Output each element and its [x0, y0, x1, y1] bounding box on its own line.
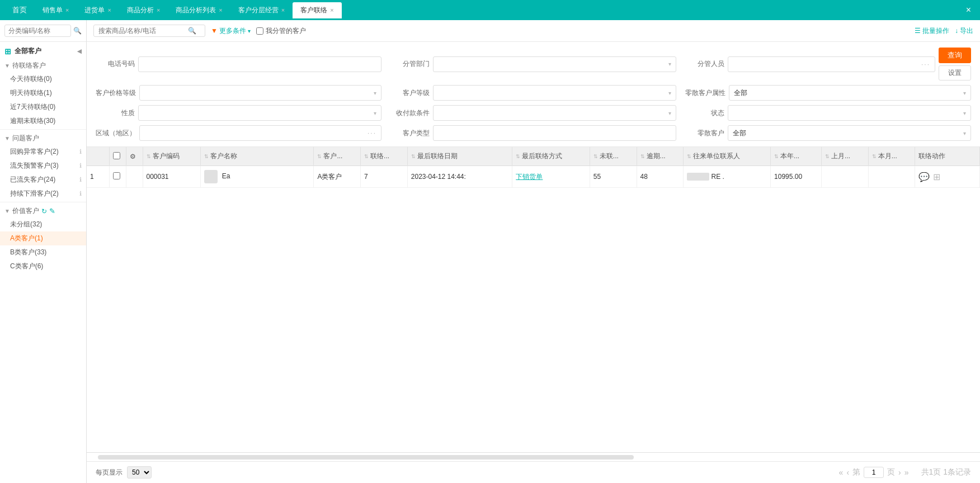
sidebar-item-c-class[interactable]: C类客户(6) [0, 259, 86, 273]
customer-type-label: 客户类型 [390, 129, 430, 138]
contact-method-link[interactable]: 下销货单 [516, 173, 543, 181]
problem-customers-group[interactable]: ▼ 问题客户 [0, 131, 86, 145]
region-input[interactable]: ··· [139, 125, 381, 141]
col-customer-name[interactable]: ⇅ 客户名称 [201, 147, 314, 166]
col-action[interactable]: 联络动作 [915, 147, 980, 166]
table-body: 1 000031 Ea A类客户 7 2023-04-12 14:44: [87, 166, 980, 188]
close-analysis-tab[interactable]: × [157, 7, 160, 13]
qr-icon[interactable]: ⊞ [933, 172, 940, 182]
sidebar-item-overdue-contact[interactable]: 逾期未联络(30) [0, 114, 86, 128]
customer-type-input[interactable] [433, 125, 676, 141]
nav-tab-customer-contact[interactable]: 客户联络 × [293, 2, 341, 18]
edit-icon[interactable]: ✎ [49, 207, 55, 215]
close-customer-contact-tab[interactable]: × [330, 7, 333, 13]
page-end-label: 页 [887, 467, 895, 477]
col-customer-type[interactable]: ⇅ 客户... [314, 147, 361, 166]
main-search-input[interactable] [98, 27, 188, 35]
col-unit-contact[interactable]: ⇅ 往来单位联系人 [684, 147, 771, 166]
filter-row-customer-grade: 客户等级 ▾ [390, 85, 676, 101]
settings-icon[interactable]: ⚙ [130, 153, 136, 160]
customer-avatar [204, 170, 218, 183]
payment-input[interactable]: ▾ [433, 105, 676, 121]
col-last-month[interactable]: ⇅ 上月... [822, 147, 869, 166]
close-purchase-tab[interactable]: × [107, 7, 111, 13]
td-checkbox[interactable] [109, 166, 126, 188]
col-customer-code[interactable]: ⇅ 客户编码 [143, 147, 201, 166]
refresh-icon[interactable]: ↻ [41, 207, 47, 215]
nav-first-btn[interactable]: « [839, 468, 844, 477]
select-all-checkbox[interactable] [113, 152, 120, 159]
customer-grade-arrow-icon: ▾ [668, 90, 671, 96]
nav-last-btn[interactable]: » [904, 468, 909, 477]
query-button[interactable]: 查询 [939, 48, 971, 63]
col-settings[interactable]: ⚙ [126, 147, 143, 166]
row-checkbox[interactable] [113, 172, 120, 179]
nav-tab-purchase[interactable]: 进货单 × [77, 2, 119, 18]
sidebar-item-unclassified[interactable]: 未分组(32) [0, 217, 86, 231]
close-all-tabs[interactable]: × [962, 3, 976, 17]
close-customer-segment-tab[interactable]: × [281, 7, 285, 13]
assignee-input[interactable]: ··· [728, 56, 935, 72]
all-customers-header[interactable]: ⊞ 全部客户 ◀ [0, 42, 86, 58]
retail-attr-input[interactable]: 全部 ▾ [729, 85, 971, 101]
pending-contact-group[interactable]: ▼ 待联络客户 [0, 58, 86, 72]
nav-tab-sales[interactable]: 销售单 × [35, 2, 77, 18]
export-btn[interactable]: ↓ 导出 [955, 26, 973, 36]
my-customers-checkbox[interactable] [256, 27, 263, 35]
close-sales-tab[interactable]: × [65, 7, 69, 13]
page-label: 第 [852, 467, 860, 477]
col-this-month[interactable]: ⇅ 本月... [868, 147, 915, 166]
sidebar-item-tomorrow-contact[interactable]: 明天待联络(1) [0, 86, 86, 100]
sidebar-item-repurchase-anomaly[interactable]: 回购异常客户(2) ℹ [0, 145, 86, 159]
col-checkbox[interactable] [109, 147, 126, 166]
page-size-select[interactable]: 50 [127, 466, 152, 479]
sort-icon-2: ⇅ [204, 154, 209, 159]
phone-input[interactable] [138, 56, 381, 72]
status-input[interactable]: ▾ [728, 105, 971, 121]
chat-icon[interactable]: 💬 [918, 172, 930, 182]
col-last-contact-method[interactable]: ⇅ 最后联络方式 [512, 147, 590, 166]
retail-customer-input[interactable]: 全部 ▾ [728, 125, 971, 141]
sidebar-item-churn-warning[interactable]: 流失预警客户(3) ℹ [0, 159, 86, 173]
close-analysis-list-tab[interactable]: × [219, 7, 222, 13]
arrow-down-icon-2: ▼ [4, 135, 10, 141]
value-customers-group[interactable]: ▼ 价值客户 ↻ ✎ [0, 203, 86, 217]
collapse-icon[interactable]: ◀ [77, 48, 82, 54]
settings-button[interactable]: 设置 [939, 65, 971, 80]
sidebar-item-today-contact[interactable]: 今天待联络(0) [0, 72, 86, 86]
nav-tab-customer-segment[interactable]: 客户分层经营 × [230, 2, 293, 18]
col-no-contact[interactable]: ⇅ 未联... [590, 147, 637, 166]
retail-customer-arrow-icon: ▾ [963, 130, 966, 136]
sidebar-item-week-contact[interactable]: 近7天待联络(0) [0, 100, 86, 114]
scrollbar-track[interactable] [98, 455, 634, 460]
dept-arrow-icon: ▾ [668, 61, 671, 67]
arrow-down-icon-3: ▼ [4, 208, 10, 214]
col-contact[interactable]: ⇅ 联络... [361, 147, 408, 166]
batch-operation-btn[interactable]: ☰ 批量操作 [915, 26, 949, 36]
nav-next-btn[interactable]: › [898, 468, 901, 477]
sidebar-search-icon[interactable]: 🔍 [73, 27, 82, 35]
horizontal-scrollbar[interactable] [87, 452, 980, 461]
nav-home[interactable]: 首页 [4, 2, 35, 18]
nav-tab-analysis-list[interactable]: 商品分析列表 × [168, 2, 230, 18]
nav-tab-analysis[interactable]: 商品分析 × [119, 2, 168, 18]
sidebar-item-churned[interactable]: 已流失客户(24) ℹ [0, 173, 86, 187]
sidebar-search-input[interactable] [4, 25, 71, 37]
my-customers-checkbox-area[interactable]: 我分管的客户 [256, 26, 306, 36]
sidebar-item-declining[interactable]: 持续下滑客户(2) ℹ [0, 187, 86, 201]
col-overdue[interactable]: ⇅ 逾期... [637, 147, 684, 166]
nav-prev-btn[interactable]: ‹ [846, 468, 849, 477]
col-last-contact-date[interactable]: ⇅ 最后联络日期 [407, 147, 512, 166]
price-grade-input[interactable]: ▾ [139, 85, 381, 101]
td-last-contact-method[interactable]: 下销货单 [512, 166, 590, 188]
customer-grade-input[interactable]: ▾ [433, 85, 676, 101]
col-this-year[interactable]: ⇅ 本年... [771, 147, 822, 166]
nature-input[interactable]: ▾ [138, 105, 381, 121]
main-search-icon[interactable]: 🔍 [188, 27, 196, 35]
sidebar-item-a-class[interactable]: A类客户(1) [0, 231, 86, 245]
sidebar-item-b-class[interactable]: B类客户(33) [0, 245, 86, 259]
action-buttons: 💬 ⊞ [918, 172, 976, 182]
dept-input[interactable]: ▾ [433, 56, 676, 72]
page-input[interactable] [864, 467, 884, 478]
more-conditions-btn[interactable]: ▼ 更多条件 ▾ [211, 26, 251, 36]
